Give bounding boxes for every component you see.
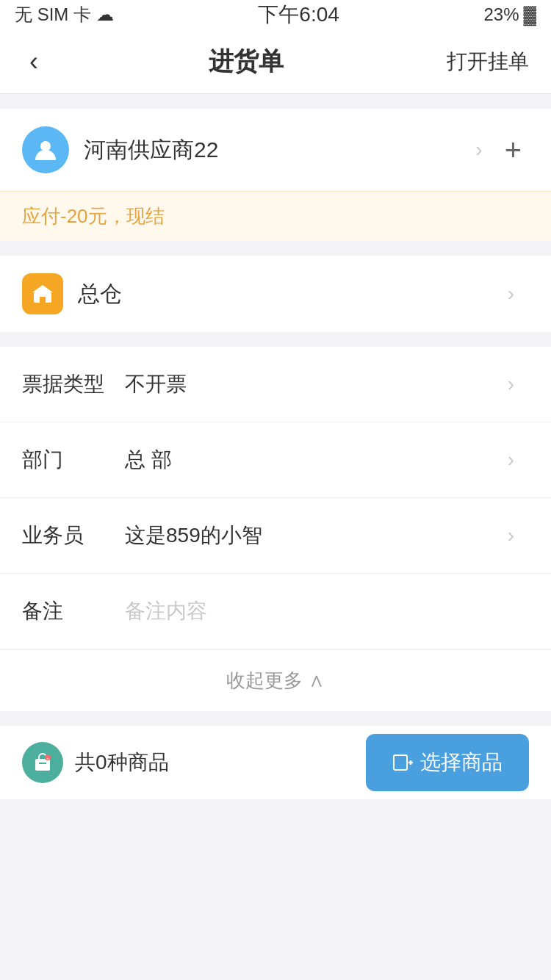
salesperson-value: 这是859的小智 <box>125 522 508 550</box>
supplier-chevron-icon: › <box>475 138 482 162</box>
add-button[interactable]: + <box>497 134 529 167</box>
gap-3 <box>0 332 551 347</box>
select-product-label: 选择商品 <box>420 749 503 777</box>
select-product-icon <box>392 752 413 773</box>
supplier-card: 河南供应商22 › + 应付-20元，现结 <box>0 109 551 241</box>
svg-marker-2 <box>32 285 53 292</box>
status-left: 无 SIM 卡 ☁ <box>15 3 114 26</box>
department-chevron-icon: › <box>508 448 514 472</box>
supplier-row[interactable]: 河南供应商22 › + <box>0 109 551 191</box>
open-pending-button[interactable]: 打开挂单 <box>447 48 529 76</box>
svg-rect-4 <box>35 759 50 771</box>
select-product-button[interactable]: 选择商品 <box>366 734 529 791</box>
invoice-chevron-icon: › <box>508 372 514 396</box>
remark-input[interactable]: 备注内容 <box>125 597 529 625</box>
gap-1 <box>0 94 551 109</box>
svg-rect-8 <box>394 755 407 770</box>
product-count: 共0种商品 <box>75 749 169 777</box>
status-time: 下午6:04 <box>258 1 339 29</box>
page-title: 进货单 <box>209 45 284 79</box>
collapse-label: 收起更多 ∧ <box>226 668 324 693</box>
notice-text: 应付-20元，现结 <box>22 205 165 227</box>
avatar <box>22 126 69 173</box>
warehouse-card[interactable]: 总仓 › <box>0 256 551 332</box>
remark-label: 备注 <box>22 597 110 625</box>
product-count-wrap: + 共0种商品 <box>22 742 169 783</box>
invoice-type-label: 票据类型 <box>22 370 110 398</box>
department-row[interactable]: 部门 总 部 › <box>0 422 551 498</box>
supplier-name: 河南供应商22 <box>84 135 475 165</box>
cart-icon: + <box>22 742 63 783</box>
form-card: 票据类型 不开票 › 部门 总 部 › 业务员 这是859的小智 › 备注 备注… <box>0 347 551 711</box>
back-button[interactable]: ‹ <box>22 39 46 84</box>
person-icon <box>32 137 59 163</box>
warehouse-chevron-icon: › <box>508 282 514 306</box>
status-bar: 无 SIM 卡 ☁ 下午6:04 23% ▓ <box>0 0 551 29</box>
salesperson-label: 业务员 <box>22 522 110 550</box>
invoice-type-row[interactable]: 票据类型 不开票 › <box>0 347 551 422</box>
nav-bar: ‹ 进货单 打开挂单 <box>0 29 551 94</box>
svg-text:+: + <box>46 756 49 760</box>
battery-icon: ▓ <box>524 4 537 25</box>
sim-label: 无 SIM 卡 ☁ <box>15 3 114 26</box>
page-background <box>0 799 551 980</box>
notice-banner: 应付-20元，现结 <box>0 191 551 241</box>
gap-2 <box>0 241 551 256</box>
warehouse-label: 总仓 <box>78 279 508 309</box>
svg-point-0 <box>40 141 51 151</box>
warehouse-icon <box>22 273 63 314</box>
shopping-bag-icon: + <box>32 752 54 774</box>
collapse-button[interactable]: 收起更多 ∧ <box>0 649 551 711</box>
department-label: 部门 <box>22 446 110 474</box>
invoice-type-value: 不开票 <box>125 370 508 398</box>
salesperson-row[interactable]: 业务员 这是859的小智 › <box>0 498 551 574</box>
warehouse-row[interactable]: 总仓 › <box>0 256 551 332</box>
battery-label: 23% <box>483 4 519 25</box>
remark-row[interactable]: 备注 备注内容 <box>0 574 551 649</box>
warehouse-building-icon <box>31 282 54 306</box>
bottom-bar: + 共0种商品 选择商品 <box>0 726 551 799</box>
department-value: 总 部 <box>125 446 508 474</box>
status-right: 23% ▓ <box>483 4 536 25</box>
salesperson-chevron-icon: › <box>508 524 514 547</box>
svg-rect-3 <box>40 297 46 303</box>
